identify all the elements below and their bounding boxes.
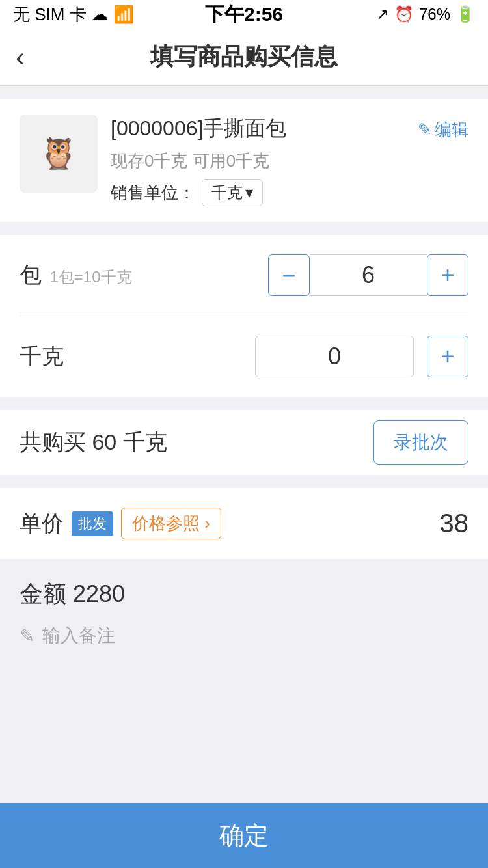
kg-stepper: + <box>255 336 468 377</box>
status-right: ↗ ⏰ 76% 🔋 <box>376 5 475 23</box>
spacer <box>0 661 488 803</box>
confirm-button[interactable]: 确定 <box>0 803 488 868</box>
pencil-icon: ✎ <box>20 625 34 647</box>
battery-icon: 🔋 <box>455 5 475 23</box>
nav-bar: ‹ 填写商品购买信息 <box>0 29 488 86</box>
divider-4 <box>0 475 488 488</box>
note-row[interactable]: ✎ 输入备注 <box>20 623 468 648</box>
package-label: 包 <box>20 262 42 287</box>
package-stepper: − + <box>268 254 468 296</box>
edit-icon: ✎ <box>418 120 432 140</box>
amount-section: 金额 2280 ✎ 输入备注 <box>0 559 488 661</box>
kg-row: 千克 + <box>20 316 468 397</box>
product-info: [0000006]手撕面包 现存0千克 可用0千克 销售单位： 千克 ▾ <box>111 115 468 206</box>
total-label: 共购买 60 千克 <box>20 427 167 457</box>
package-sublabel: 1包=10千克 <box>49 268 131 286</box>
unit-value: 千克 <box>211 182 243 203</box>
price-label: 单价 <box>20 509 64 539</box>
wifi-icon: 📶 <box>113 5 134 25</box>
location-icon: ↗ <box>376 5 389 23</box>
edit-label: 编辑 <box>435 118 468 141</box>
product-stock: 现存0千克 可用0千克 <box>111 150 468 172</box>
battery-label: 76% <box>419 5 450 23</box>
package-input[interactable] <box>310 254 427 296</box>
product-unit-row: 销售单位： 千克 ▾ <box>111 179 468 206</box>
status-time: 下午2:56 <box>205 1 283 28</box>
note-label: 输入备注 <box>42 623 115 648</box>
alarm-icon: ⏰ <box>394 5 414 23</box>
divider-2 <box>0 222 488 235</box>
kg-label: 千克 <box>20 342 64 372</box>
price-value: 38 <box>440 509 469 538</box>
divider-3 <box>0 397 488 410</box>
edit-button[interactable]: ✎ 编辑 <box>418 118 468 141</box>
pifa-badge: 批发 <box>72 511 113 536</box>
price-section: 单价 批发 价格参照 › 38 <box>0 488 488 559</box>
status-left: 无 SIM 卡 ☁ 📶 <box>13 3 134 26</box>
package-label-group: 包 1包=10千克 <box>20 260 132 290</box>
quantity-section: 包 1包=10千克 − + 千克 + <box>0 235 488 397</box>
package-minus-button[interactable]: − <box>268 254 310 296</box>
amount-label: 金额 2280 <box>20 578 468 610</box>
owl-icon: 🦉 <box>39 135 78 172</box>
back-button[interactable]: ‹ <box>16 42 25 73</box>
total-section: 共购买 60 千克 录批次 <box>0 410 488 475</box>
record-batch-button[interactable]: 录批次 <box>373 420 468 465</box>
status-bar: 无 SIM 卡 ☁ 📶 下午2:56 ↗ ⏰ 76% 🔋 <box>0 0 488 29</box>
product-thumbnail: 🦉 <box>20 115 98 193</box>
unit-label: 销售单位： <box>111 182 195 204</box>
page-title: 填写商品购买信息 <box>150 41 338 73</box>
unit-select[interactable]: 千克 ▾ <box>202 179 263 206</box>
product-name: [0000006]手撕面包 <box>111 115 468 143</box>
divider-1 <box>0 86 488 99</box>
package-row: 包 1包=10千克 − + <box>20 235 468 316</box>
price-left: 单价 批发 价格参照 › <box>20 508 221 539</box>
kg-input[interactable] <box>255 336 414 377</box>
package-plus-button[interactable]: + <box>427 254 468 296</box>
product-card: 🦉 [0000006]手撕面包 现存0千克 可用0千克 销售单位： 千克 ▾ ✎… <box>0 99 488 222</box>
price-ref-button[interactable]: 价格参照 › <box>121 508 221 539</box>
kg-plus-button[interactable]: + <box>427 336 468 377</box>
chevron-down-icon: ▾ <box>245 183 253 202</box>
no-sim-label: 无 SIM 卡 ☁ <box>13 3 108 26</box>
